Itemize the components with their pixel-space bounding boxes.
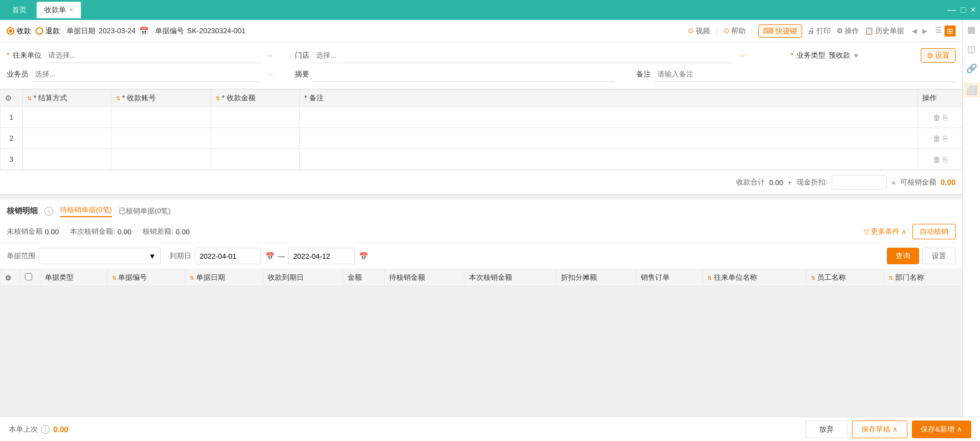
calendar-icon[interactable]: 📅 bbox=[139, 27, 149, 35]
completed-tab[interactable]: 已核销单据(0笔) bbox=[119, 206, 171, 216]
table-gear-icon[interactable]: ⚙ bbox=[5, 94, 12, 102]
row1-amount[interactable] bbox=[211, 107, 300, 128]
range-field: 单据范围 ▼ bbox=[7, 248, 161, 264]
date-from-icon[interactable]: 📅 bbox=[266, 252, 274, 260]
pending-tab[interactable]: 待核销单据(0笔) bbox=[60, 205, 112, 217]
col-amount-header: 金额 bbox=[343, 269, 384, 286]
footer-right: 放弃 保存草稿 ∧ 保存&新增 ∧ bbox=[805, 421, 971, 438]
operation-btn[interactable]: ⚙ 操作 bbox=[836, 26, 859, 36]
staff-input[interactable] bbox=[32, 66, 262, 82]
info-circle[interactable]: i bbox=[41, 425, 50, 434]
diff-stat: 核销差额: 0.00 bbox=[142, 227, 190, 237]
row2-amount[interactable] bbox=[211, 128, 300, 149]
tab-home[interactable]: 首页 bbox=[4, 2, 34, 18]
row3-account[interactable] bbox=[111, 149, 211, 170]
business-type-field: * 业务类型 预收款 ▼ ⚙ 设置 bbox=[745, 48, 956, 63]
range-select[interactable]: ▼ bbox=[39, 248, 161, 264]
row2-account[interactable] bbox=[111, 128, 211, 149]
store-field: 门店 ··· bbox=[273, 48, 745, 63]
table-gear-icon2[interactable]: ⚙ bbox=[5, 274, 12, 282]
toolbar-right: ⊙ 视频 | ⊙ 帮助 | ⌨ 快捷键 🖨 打印 ⚙ 操作 📋 bbox=[688, 24, 956, 38]
print-btn[interactable]: 🖨 打印 bbox=[808, 26, 831, 36]
sidebar-camera-icon[interactable]: ⬜ bbox=[963, 83, 980, 98]
gear-icon: ⚙ bbox=[927, 52, 933, 60]
discount-input[interactable] bbox=[831, 175, 887, 189]
list-view-icon[interactable]: ☰ bbox=[935, 25, 942, 37]
date-to-icon[interactable]: 📅 bbox=[359, 252, 368, 260]
date-to-input[interactable] bbox=[288, 248, 355, 264]
equals-sign: = bbox=[891, 178, 896, 187]
receivable-value: 0.00 bbox=[941, 178, 956, 187]
radio-refund[interactable]: 退款 bbox=[35, 26, 60, 36]
row3-settle[interactable] bbox=[23, 149, 111, 170]
abandon-btn[interactable]: 放弃 bbox=[805, 421, 848, 438]
restore-icon[interactable]: □ bbox=[961, 5, 966, 15]
row2-note[interactable] bbox=[300, 128, 918, 149]
date-from-input[interactable] bbox=[195, 248, 261, 264]
shortcut-label: 快捷键 bbox=[775, 26, 797, 36]
more-conditions-btn[interactable]: ▽ 更多条件 ∧ bbox=[864, 227, 907, 237]
business-type-select[interactable]: 预收款 ▼ bbox=[829, 50, 917, 60]
close-window-icon[interactable]: × bbox=[971, 5, 976, 15]
minimize-icon[interactable]: — bbox=[947, 5, 956, 15]
info-icon[interactable]: i bbox=[44, 207, 53, 216]
row1-copy-icon[interactable]: ⎘ bbox=[943, 113, 947, 122]
row1-settle[interactable] bbox=[23, 107, 111, 128]
row3-delete-icon[interactable]: 🗑 bbox=[933, 155, 941, 164]
print-icon: 🖨 bbox=[808, 27, 815, 35]
row3-seq: 3 bbox=[1, 149, 23, 170]
tab-receipt[interactable]: 收款单 × bbox=[37, 2, 81, 18]
grid-view-icon[interactable]: ⊞ bbox=[945, 25, 956, 37]
col-date-sort[interactable]: ⇅ bbox=[190, 275, 194, 281]
diff-value: 0.00 bbox=[176, 228, 190, 236]
save-label: 保存&新增 bbox=[921, 424, 955, 434]
col-staff-sort[interactable]: ⇅ bbox=[811, 275, 815, 281]
sidebar-doc-icon[interactable]: ◫ bbox=[967, 44, 976, 54]
counterparty-more-icon[interactable]: ··· bbox=[267, 52, 273, 59]
col-counterparty-sort[interactable]: ⇅ bbox=[707, 275, 712, 281]
tab-bar: 首页 收款单 × — □ × bbox=[0, 0, 980, 20]
video-icon: ⊙ bbox=[688, 27, 694, 35]
date-range-sep: — bbox=[278, 252, 285, 260]
store-input[interactable] bbox=[313, 48, 734, 63]
staff-more-icon[interactable]: ··· bbox=[267, 70, 273, 78]
col-account-sort[interactable]: ⇅ bbox=[116, 95, 120, 101]
row2-copy-icon[interactable]: ⎘ bbox=[943, 134, 947, 143]
query-btn[interactable]: 查询 bbox=[887, 248, 919, 264]
col-dept-sort[interactable]: ⇅ bbox=[889, 275, 893, 281]
row3-copy-icon[interactable]: ⎘ bbox=[943, 155, 947, 164]
col-settle-sort[interactable]: ⇅ bbox=[27, 95, 32, 101]
main-content: 收款 退款 单据日期 2023-03-24 📅 单据编号 SK-20230324… bbox=[0, 20, 962, 417]
summary-input[interactable] bbox=[313, 66, 614, 82]
auto-verify-btn[interactable]: 自动核销 bbox=[912, 224, 956, 239]
nav-next-icon[interactable]: ▶ bbox=[920, 26, 930, 36]
row1-account[interactable] bbox=[111, 107, 211, 128]
filter-setting-btn[interactable]: 设置 bbox=[922, 248, 956, 264]
remark-input[interactable] bbox=[654, 66, 956, 82]
row1-note[interactable] bbox=[300, 107, 918, 128]
counterparty-input[interactable] bbox=[45, 48, 262, 63]
settings-button[interactable]: ⚙ 设置 bbox=[921, 48, 956, 63]
row3-amount[interactable] bbox=[211, 149, 300, 170]
help-btn[interactable]: ⊙ 帮助 bbox=[723, 26, 746, 36]
store-more-icon[interactable]: ··· bbox=[739, 52, 745, 59]
sidebar-table-icon[interactable]: ▦ bbox=[967, 24, 976, 35]
row3-note[interactable] bbox=[300, 149, 918, 170]
col-number-sort[interactable]: ⇅ bbox=[112, 275, 116, 281]
draft-btn[interactable]: 保存草稿 ∧ bbox=[852, 421, 907, 438]
sidebar-attach-icon[interactable]: 🔗 bbox=[966, 63, 977, 74]
history-btn[interactable]: 📋 历史单据 bbox=[865, 26, 904, 36]
nav-prev-icon[interactable]: ◀ bbox=[910, 26, 919, 36]
row1-delete-icon[interactable]: 🗑 bbox=[933, 113, 941, 122]
shortcut-btn[interactable]: ⌨ 快捷键 bbox=[758, 24, 802, 38]
range-label: 单据范围 bbox=[7, 251, 35, 261]
save-btn[interactable]: 保存&新增 ∧ bbox=[912, 421, 971, 438]
tab-close-icon[interactable]: × bbox=[69, 6, 73, 14]
col-amount-sort[interactable]: ⇅ bbox=[216, 95, 220, 101]
radio-receipt[interactable]: 收款 bbox=[7, 26, 31, 36]
video-btn[interactable]: ⊙ 视频 bbox=[688, 26, 710, 36]
row2-delete-icon[interactable]: 🗑 bbox=[933, 134, 941, 143]
footer: 本单上次 i 0.00 放弃 保存草稿 ∧ 保存&新增 ∧ bbox=[0, 417, 980, 441]
select-all-checkbox[interactable] bbox=[25, 273, 32, 280]
row2-settle[interactable] bbox=[23, 128, 111, 149]
